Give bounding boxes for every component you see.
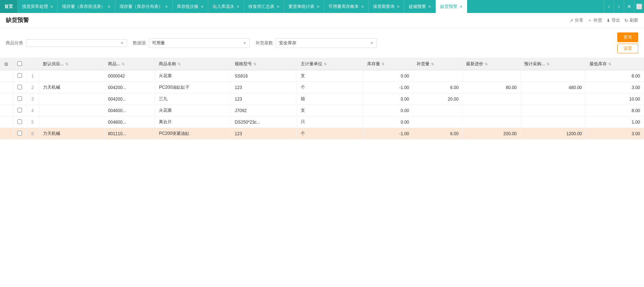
row-spec-cell: DS250*23c...: [231, 116, 297, 128]
latest-price-column-header[interactable]: 最新进价⇅: [462, 58, 521, 70]
row-checkbox[interactable]: [17, 73, 22, 78]
sort-icon: ⇅: [608, 62, 611, 66]
row-replenish-cell: [413, 70, 462, 82]
gear-icon[interactable]: ⚙: [4, 61, 9, 67]
settings-column-header[interactable]: ⚙: [0, 58, 13, 70]
tab-available-ledger[interactable]: 可用量库存账本 ✕: [324, 0, 369, 13]
tab-close-icon[interactable]: ✕: [50, 5, 53, 9]
category-filter-group: 商品分类 ▼: [6, 39, 127, 47]
row-code-cell: 801110...: [104, 128, 155, 140]
tab-scroll-right-btn[interactable]: ›: [614, 0, 624, 13]
row-unit-cell: 个: [297, 82, 364, 93]
tab-close-icon[interactable]: ✕: [201, 5, 204, 9]
table-row: 5 004800... 离合片 DS250*23c... 只 0.00 1.00: [0, 116, 644, 128]
row-replenish-cell: 20.00: [413, 93, 462, 105]
code-column-header[interactable]: 商品...⇅: [104, 58, 155, 70]
query-button[interactable]: 查询: [617, 32, 638, 42]
estimated-purchase-column-header[interactable]: 预计采购...⇅: [521, 58, 586, 70]
tab-close-icon[interactable]: ✕: [236, 5, 239, 9]
row-checkbox-cell[interactable]: [13, 128, 26, 140]
row-replenish-cell: 6.00: [413, 128, 462, 140]
filter-actions: 查询 设置: [617, 32, 638, 53]
row-checkbox[interactable]: [17, 96, 22, 101]
replenish-icon: ＋: [588, 17, 592, 23]
row-checkbox-cell[interactable]: [13, 70, 26, 82]
category-label: 商品分类: [6, 40, 23, 46]
tab-batch-account[interactable]: 库存批次账 ✕: [173, 0, 208, 13]
row-checkbox-cell[interactable]: [13, 116, 26, 128]
tab-receipt-summary[interactable]: 收发存汇总表 ✕: [244, 0, 284, 13]
replenish-column-header[interactable]: 补货量⇅: [413, 58, 462, 70]
unit-column-header[interactable]: 主计量单位⇅: [297, 58, 364, 70]
header-actions: ↗ 分享 ＋ 补货 ⬇ 导出 ↻ 刷新: [570, 17, 638, 23]
datasource-select[interactable]: 可用量 ▼: [149, 38, 250, 48]
row-min-stock-cell: 1.00: [586, 116, 644, 128]
export-button[interactable]: ⬇ 导出: [606, 17, 620, 23]
tab-home[interactable]: 首页: [0, 0, 18, 13]
row-checkbox[interactable]: [17, 119, 22, 124]
spec-column-header[interactable]: 规格型号⇅: [231, 58, 297, 70]
row-unit-cell: 只: [297, 116, 364, 128]
row-latest-price-cell: [462, 105, 521, 116]
settings-button[interactable]: 设置: [617, 44, 638, 53]
row-latest-price-cell: 80.00: [462, 82, 521, 93]
row-checkbox[interactable]: [17, 131, 22, 136]
sort-icon: ⇅: [485, 62, 488, 66]
row-unit-cell: 支: [297, 105, 364, 116]
page-content: 缺货预警 ↗ 分享 ＋ 补货 ⬇ 导出 ↻ 刷新 商品分类: [0, 13, 644, 287]
tab-maximize-btn[interactable]: ⬜: [634, 0, 644, 13]
share-icon: ↗: [570, 18, 573, 23]
tab-current-stock-status[interactable]: 现存量（库存状况表） ✕: [58, 0, 115, 13]
tab-current-stock-dist[interactable]: 现存量（库存分布表） ✕: [115, 0, 173, 13]
row-supplier-cell: [39, 93, 104, 105]
tab-order-stats[interactable]: 要货单统计表 ✕: [284, 0, 324, 13]
tab-close-icon[interactable]: ✕: [277, 5, 279, 9]
row-supplier-cell: [39, 116, 104, 128]
tab-close-icon[interactable]: ✕: [108, 5, 110, 9]
row-supplier-cell: 力天机械: [39, 82, 104, 93]
index-column-header: [26, 58, 39, 70]
replenish-button[interactable]: ＋ 补货: [588, 17, 602, 23]
share-button[interactable]: ↗ 分享: [570, 17, 583, 23]
row-checkbox[interactable]: [17, 108, 22, 112]
row-latest-price-cell: 200.00: [462, 128, 521, 140]
tab-scroll-left-btn[interactable]: ‹: [604, 0, 614, 13]
category-select[interactable]: ▼: [26, 39, 127, 47]
basis-select[interactable]: 安全库存 ▼: [276, 38, 377, 48]
sort-icon: ⇅: [382, 62, 384, 66]
tab-close-icon[interactable]: ✕: [428, 5, 431, 9]
tab-shortage-warning[interactable]: 缺货预警 ✕: [436, 0, 467, 13]
name-column-header[interactable]: 商品名称⇅: [155, 58, 231, 70]
row-stock-cell: 0.00: [364, 105, 413, 116]
tab-close-icon[interactable]: ✕: [165, 5, 168, 9]
tab-expiry-query[interactable]: 保质期查询 ✕: [369, 0, 404, 13]
row-stock-cell: -1.00: [364, 128, 413, 140]
tab-picking-exception[interactable]: 拣货异常处理 ✕: [18, 0, 58, 13]
export-icon: ⬇: [606, 18, 610, 23]
select-all-checkbox[interactable]: [17, 61, 22, 66]
tab-close-icon[interactable]: ✕: [361, 5, 364, 9]
category-select-arrow-icon: ▼: [120, 41, 124, 45]
tab-close-icon[interactable]: ✕: [460, 5, 462, 9]
row-min-stock-cell: 8.00: [586, 105, 644, 116]
tab-overstock-warning[interactable]: 超储预警 ✕: [404, 0, 436, 13]
row-checkbox-cell[interactable]: [13, 93, 26, 105]
page-header: 缺货预警 ↗ 分享 ＋ 补货 ⬇ 导出 ↻ 刷新: [0, 13, 644, 28]
row-name-cell: 火花塞: [155, 105, 231, 116]
row-checkbox[interactable]: [17, 85, 22, 89]
stock-column-header[interactable]: 库存量⇅: [364, 58, 413, 70]
filter-bar: 商品分类 ▼ 数据源 可用量 ▼ 补货基数 安全库存 ▼ 查询 设置: [0, 28, 644, 58]
row-settings-cell: [0, 93, 13, 105]
row-estimated-purchase-cell: [521, 70, 586, 82]
row-checkbox-cell[interactable]: [13, 105, 26, 116]
tab-inout-flow[interactable]: 出入库流水 ✕: [208, 0, 244, 13]
min-stock-column-header[interactable]: 最低库存⇅: [586, 58, 644, 70]
row-name-cell: PC200张紧油缸: [155, 128, 231, 140]
refresh-button[interactable]: ↻ 刷新: [625, 17, 638, 23]
tab-close-btn[interactable]: ✕: [624, 0, 634, 13]
tab-close-icon[interactable]: ✕: [317, 5, 319, 9]
supplier-column-header[interactable]: 默认供应...⇅: [39, 58, 104, 70]
row-checkbox-cell[interactable]: [13, 82, 26, 93]
tab-close-icon[interactable]: ✕: [397, 5, 400, 9]
checkbox-column-header[interactable]: [13, 58, 26, 70]
